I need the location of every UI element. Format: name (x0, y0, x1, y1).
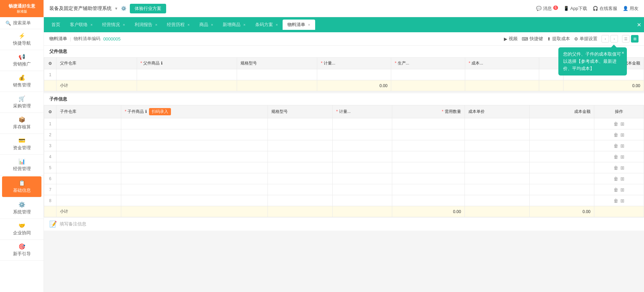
sidebar-item-marketing[interactable]: 📢营销推广 (0, 50, 44, 71)
copy-icon-4[interactable]: ⊞ (620, 154, 624, 160)
copy-icon-5[interactable]: ⊞ (620, 165, 624, 171)
form-view-btn[interactable]: ⊞ (631, 35, 639, 43)
sidebar-item-basic-info[interactable]: 📋基础信息 (2, 176, 41, 197)
extract-cost-action[interactable]: ⬆ 提取成本 (547, 36, 570, 42)
child-unit-3[interactable] (333, 140, 392, 151)
child-spec-3[interactable] (268, 140, 333, 151)
child-goods-1[interactable] (121, 118, 268, 129)
nav-tab-home[interactable]: 首页 (47, 20, 65, 30)
parent-production-cell[interactable] (391, 69, 465, 80)
next-btn[interactable]: › (610, 35, 618, 43)
nav-tab-barcode[interactable]: 条码方案 × (250, 20, 283, 30)
child-spec-7[interactable] (268, 184, 333, 195)
sidebar-item-sales[interactable]: 💰销售管理 (0, 71, 44, 92)
child-goods-5[interactable] (121, 162, 268, 173)
sidebar-item-inventory[interactable]: 📦库存核算 (0, 113, 44, 134)
child-cost-price-3[interactable] (465, 140, 529, 151)
parent-unit-cell[interactable] (317, 69, 391, 80)
child-goods-6[interactable] (121, 173, 268, 184)
tab-close-operation-status[interactable]: × (123, 23, 125, 27)
trial-btn[interactable]: 体验行业方案 (130, 4, 166, 13)
sidebar-item-quick-nav[interactable]: ⚡快捷导航 (0, 29, 44, 50)
nav-tab-goods[interactable]: 商品 × (195, 20, 218, 30)
child-goods-3[interactable] (121, 140, 268, 151)
delete-icon-6[interactable]: 🗑 (614, 176, 618, 182)
online-service-item[interactable]: 🎧 在线客服 (593, 5, 617, 12)
child-qty-8[interactable] (392, 195, 465, 206)
child-cost-price-2[interactable] (465, 129, 529, 140)
list-view-btn[interactable]: ☰ (622, 35, 630, 43)
copy-icon-6[interactable]: ⊞ (620, 176, 624, 182)
parent-goods-cell[interactable] (137, 69, 237, 80)
sidebar-item-purchase[interactable]: 🛒采购管理 (0, 92, 44, 113)
child-spec-4[interactable] (268, 151, 333, 162)
scan-btn[interactable]: 扫码录入 (149, 108, 171, 115)
copy-icon-7[interactable]: ⊞ (620, 187, 624, 192)
child-unit-4[interactable] (333, 151, 392, 162)
sidebar-item-system[interactable]: ⚙️系统管理 (0, 198, 44, 219)
copy-icon-1[interactable]: ⊞ (620, 121, 624, 127)
sidebar-item-operation[interactable]: 📊经营管理 (0, 155, 44, 176)
child-qty-3[interactable] (392, 140, 465, 151)
tab-close-add-goods[interactable]: × (243, 23, 245, 27)
child-goods-2[interactable] (121, 129, 268, 140)
nav-tab-operation-history[interactable]: 经营历程 × (162, 20, 194, 30)
child-qty-6[interactable] (392, 173, 465, 184)
delete-icon-8[interactable]: 🗑 (614, 198, 618, 203)
sidebar-search[interactable]: 🔍 搜索菜单 (0, 17, 44, 29)
child-unit-5[interactable] (333, 162, 392, 173)
sidebar-item-finance[interactable]: 💳资金管理 (0, 134, 44, 155)
delete-icon-1[interactable]: 🗑 (614, 121, 618, 127)
child-qty-7[interactable] (392, 184, 465, 195)
child-spec-8[interactable] (268, 195, 333, 206)
sidebar-item-guide[interactable]: 🎯新手引导 (0, 240, 44, 261)
tab-close-barcode[interactable]: × (276, 23, 278, 27)
video-action[interactable]: ▶ 视频 (504, 36, 518, 42)
child-unit-2[interactable] (333, 129, 392, 140)
child-warehouse-5[interactable] (57, 162, 121, 173)
child-cost-price-7[interactable] (465, 184, 529, 195)
child-qty-5[interactable] (392, 162, 465, 173)
nav-tab-profit-report[interactable]: 利润报告 × (130, 20, 162, 30)
settings-icon[interactable]: ⚙️ (121, 6, 126, 11)
child-cost-price-1[interactable] (465, 118, 529, 129)
user-item[interactable]: 👤 用友 (623, 5, 639, 12)
sidebar-item-enterprise[interactable]: 🤝企业协同 (0, 219, 44, 240)
child-cost-price-8[interactable] (465, 195, 529, 206)
prev-btn[interactable]: ‹ (602, 35, 609, 43)
child-warehouse-3[interactable] (57, 140, 121, 151)
copy-icon-8[interactable]: ⊞ (620, 198, 624, 203)
delete-icon-3[interactable]: 🗑 (614, 143, 618, 149)
child-unit-6[interactable] (333, 173, 392, 184)
child-cost-price-4[interactable] (465, 151, 529, 162)
child-cost-price-5[interactable] (465, 162, 529, 173)
delete-icon-7[interactable]: 🗑 (614, 187, 618, 192)
delete-icon-2[interactable]: 🗑 (614, 132, 618, 138)
parent-cost-cell[interactable] (465, 69, 539, 80)
parent-th-settings[interactable]: ⚙ (44, 58, 57, 69)
child-warehouse-2[interactable] (57, 129, 121, 140)
nav-tab-operation-status[interactable]: 经营情况 × (97, 20, 129, 30)
delete-icon-4[interactable]: 🗑 (614, 154, 618, 160)
app-download-item[interactable]: 📱 App下载 (564, 5, 587, 12)
tooltip-close[interactable]: × (621, 49, 624, 57)
child-spec-2[interactable] (268, 129, 333, 140)
parent-warehouse-cell[interactable] (57, 69, 137, 80)
child-cost-price-6[interactable] (465, 173, 529, 184)
child-th-settings[interactable]: ⚙ (44, 105, 57, 118)
child-warehouse-7[interactable] (57, 184, 121, 195)
child-unit-8[interactable] (333, 195, 392, 206)
nav-tab-bom-list[interactable]: 物料清单 × (283, 20, 315, 30)
tab-close-bom-list[interactable]: × (308, 23, 310, 27)
child-warehouse-8[interactable] (57, 195, 121, 206)
child-qty-1[interactable] (392, 118, 465, 129)
child-spec-5[interactable] (268, 162, 333, 173)
child-warehouse-6[interactable] (57, 173, 121, 184)
single-settings-action[interactable]: ⚙ 单据设置 (574, 36, 597, 42)
child-unit-7[interactable] (333, 184, 392, 195)
copy-icon-2[interactable]: ⊞ (620, 132, 624, 138)
child-qty-4[interactable] (392, 151, 465, 162)
shortcut-action[interactable]: ⌨ 快捷键 (522, 36, 543, 42)
child-qty-2[interactable] (392, 129, 465, 140)
child-goods-4[interactable] (121, 151, 268, 162)
